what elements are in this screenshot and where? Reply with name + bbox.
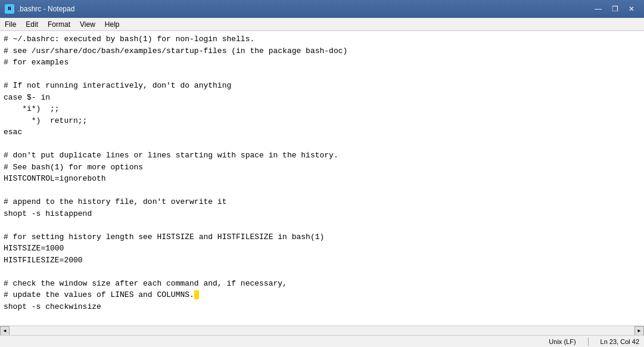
menu-help[interactable]: Help [100, 18, 125, 30]
menu-file[interactable]: File [0, 18, 21, 30]
editor-content[interactable]: # ~/.bashrc: executed by bash(1) for non… [0, 31, 644, 326]
encoding-status: Unix (LF) [549, 338, 575, 345]
hscroll-right-button[interactable]: ▶ [634, 326, 644, 336]
close-button[interactable]: ✕ [624, 3, 639, 15]
status-bar: Unix (LF) Ln 23, Col 42 [0, 335, 644, 347]
window-title: .bashrc - Notepad [18, 5, 590, 13]
status-separator [588, 337, 589, 346]
hscroll-left-button[interactable]: ◀ [0, 326, 10, 336]
menu-edit[interactable]: Edit [21, 18, 43, 30]
app-icon: N [5, 4, 14, 14]
menu-bar: File Edit Format View Help [0, 18, 644, 31]
app-icon-label: N [8, 6, 11, 12]
restore-button[interactable]: ❐ [607, 3, 623, 15]
window-controls: — ❐ ✕ [590, 3, 639, 15]
cursor [194, 290, 199, 299]
editor-container: # ~/.bashrc: executed by bash(1) for non… [0, 31, 644, 335]
menu-view[interactable]: View [75, 18, 100, 30]
menu-format[interactable]: Format [43, 18, 75, 30]
minimize-button[interactable]: — [590, 3, 606, 15]
cursor-position: Ln 23, Col 42 [601, 338, 639, 345]
title-bar: N .bashrc - Notepad — ❐ ✕ [0, 0, 644, 18]
editor-scroll[interactable]: # ~/.bashrc: executed by bash(1) for non… [0, 31, 644, 326]
horizontal-scrollbar[interactable]: ◀ ▶ [0, 326, 644, 335]
hscroll-track[interactable] [10, 326, 634, 335]
